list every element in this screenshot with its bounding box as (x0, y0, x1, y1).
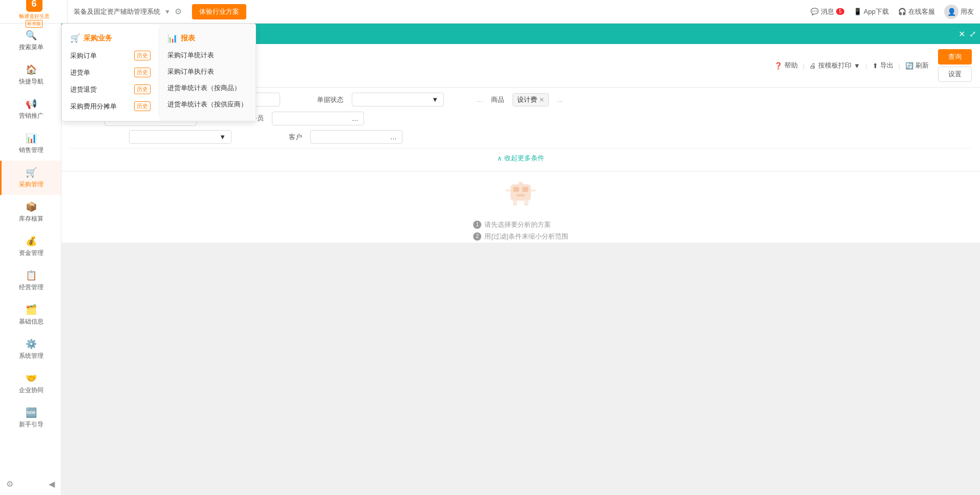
logo-subtext: 畅通道好生意 (19, 13, 50, 20)
svg-rect-7 (513, 201, 517, 206)
salesperson-select[interactable]: … (272, 112, 364, 125)
dropdown-item-incoming-return[interactable]: 进货退货 历史 (62, 81, 159, 98)
sidebar: 🔍 搜索菜单 🏠 快捷导航 📢 营销推广 📊 销售管理 🛒 采购管理 📦 库存核… (0, 24, 61, 495)
messages-badge: 5 (836, 8, 844, 15)
refresh-icon: 🔄 (905, 62, 913, 70)
dropdown-item-purchase-order[interactable]: 采购订单 历史 (62, 47, 159, 64)
ellipsis1: … (452, 96, 483, 103)
guide-icon: 🆕 (26, 407, 37, 418)
logo-icon: 6 (26, 0, 42, 12)
app-download-btn[interactable]: 📱 App下载 (854, 7, 889, 16)
collapse-btn[interactable]: ∧ 收起更多条件 (494, 150, 547, 166)
sidebar-bottom: ⚙ ◀ (0, 473, 61, 495)
capital-icon: 💰 (26, 235, 37, 247)
report-header: 📊 报表 (159, 30, 256, 47)
phone-icon: 📱 (854, 8, 862, 15)
dropdown-item-incoming-stats-supplier[interactable]: 进货单统计表（按供应商） (159, 96, 256, 113)
avatar: 👤 (944, 5, 958, 19)
tab-close-all-btn[interactable]: ✕ (958, 29, 965, 39)
dropdown-item-incoming-stats-goods[interactable]: 进货单统计表（按商品） (159, 80, 256, 96)
operations-icon: 📋 (26, 270, 37, 281)
system-title-text: 装备及固定资产辅助管理系统 (74, 7, 160, 16)
purchase-business-header: 🛒 采购业务 (62, 30, 159, 47)
export-btn[interactable]: ⬆ 导出 (872, 61, 893, 70)
data-area: 1 请先选择要分析的方案 2 用[过滤]条件来缩小分析范围 (61, 171, 980, 243)
empty-text: 1 请先选择要分析的方案 2 用[过滤]条件来缩小分析范围 (473, 219, 568, 243)
help-btn[interactable]: ❓ 帮助 (774, 61, 798, 70)
sidebar-collapse-btn[interactable]: ◀ (49, 479, 55, 489)
trial-button[interactable]: 体验行业方案 (192, 4, 246, 19)
sidebar-item-label: 企业协同 (19, 386, 44, 395)
goods-tag: 设计费 ✕ (513, 93, 549, 106)
customer-label: 客户 (289, 133, 302, 142)
online-service-btn[interactable]: 🎧 在线客服 (898, 7, 935, 16)
export-icon: ⬆ (872, 62, 878, 70)
tab-expand-btn[interactable]: ⤢ (969, 29, 976, 39)
print-btn[interactable]: 🖨 按模板打印 ▼ (809, 61, 860, 70)
svg-rect-8 (524, 201, 528, 206)
system-settings-btn[interactable]: ⚙ (175, 7, 182, 16)
history-badge-incoming-return: 历史 (134, 84, 151, 94)
svg-rect-5 (505, 189, 510, 191)
dropdown-item-purchase-order-exec[interactable]: 采购订单执行表 (159, 63, 256, 80)
step2-num: 2 (473, 232, 481, 241)
dropdown-item-incoming[interactable]: 进货单 历史 (62, 64, 159, 81)
system-dropdown-btn[interactable]: ▼ (164, 8, 171, 15)
search-icon: 🔍 (26, 30, 37, 41)
sidebar-item-basic[interactable]: 🗂️ 基础信息 (0, 298, 61, 332)
sales-icon: 📊 (26, 133, 37, 144)
sidebar-item-operations[interactable]: 📋 经营管理 (0, 264, 61, 298)
sidebar-item-label: 库存核算 (19, 214, 44, 223)
sidebar-item-sales[interactable]: 📊 销售管理 (0, 126, 61, 161)
sidebar-item-label: 快捷导航 (19, 77, 44, 86)
sidebar-item-capital[interactable]: 💰 资金管理 (0, 229, 61, 264)
purchase-icon: 🛒 (26, 167, 37, 178)
user-menu-btn[interactable]: 👤 用友 (944, 5, 974, 19)
sidebar-item-guide[interactable]: 🆕 新手引导 (0, 401, 61, 435)
chevron-down-icon4: ▼ (219, 133, 226, 141)
svg-rect-3 (517, 194, 525, 197)
divider1: | (803, 62, 804, 70)
chevron-down-icon5: … (390, 133, 397, 141)
message-icon: 💬 (811, 8, 819, 15)
sidebar-item-marketing[interactable]: 📢 营销推广 (0, 92, 61, 126)
svg-rect-0 (510, 184, 531, 201)
sidebar-item-enterprise[interactable]: 🤝 企业协同 (0, 367, 61, 401)
sidebar-item-label: 营销推广 (19, 112, 44, 120)
purchase-dropdown-menu: 🛒 采购业务 采购订单 历史 进货单 历史 进货退货 历史 采购费用分摊单 (61, 24, 256, 121)
sidebar-item-label: 基础信息 (19, 317, 44, 326)
dropdown-item-purchase-order-stats[interactable]: 采购订单统计表 (159, 47, 256, 63)
voucher-status-select[interactable]: ▼ (352, 93, 444, 106)
date-range-select[interactable]: ▼ (129, 130, 231, 144)
messages-btn[interactable]: 💬 消息 5 (811, 7, 844, 16)
dropdown-item-purchase-expense[interactable]: 采购费用分摊单 历史 (62, 98, 159, 115)
sidebar-item-search[interactable]: 🔍 搜索菜单 (0, 24, 61, 58)
logo-badge: 标准版 (26, 20, 42, 28)
sidebar-item-label: 经营管理 (19, 283, 44, 292)
history-badge-incoming: 历史 (134, 68, 151, 77)
sidebar-item-inventory[interactable]: 📦 库存核算 (0, 195, 61, 229)
filter-row-3: ▼ 客户 … (70, 130, 972, 144)
goods-tag-close-btn[interactable]: ✕ (539, 96, 544, 103)
chevron-down-icon3: … (352, 115, 358, 122)
goods-tag-text: 设计费 (517, 95, 537, 104)
home-icon: 🏠 (26, 64, 37, 75)
logo-area: 6 畅通道好生意 标准版 (6, 0, 68, 28)
query-button[interactable]: 查询 (938, 49, 972, 64)
sidebar-item-quick-nav[interactable]: 🏠 快捷导航 (0, 58, 61, 92)
divider3: | (899, 62, 900, 70)
sidebar-item-system[interactable]: ⚙️ 系统管理 (0, 332, 61, 367)
sidebar-item-label: 采购管理 (19, 180, 44, 189)
settings-small-button[interactable]: 设置 (938, 67, 972, 82)
divider2: | (865, 62, 867, 70)
goods-label: 商品 (491, 95, 504, 104)
sidebar-item-purchase[interactable]: 🛒 采购管理 (0, 161, 61, 195)
customer-select[interactable]: … (310, 130, 402, 144)
refresh-btn[interactable]: 🔄 刷新 (905, 61, 929, 70)
collapse-icon: ∧ (497, 155, 502, 162)
history-badge-purchase-expense: 历史 (134, 101, 151, 111)
main-layout: 🔍 搜索菜单 🏠 快捷导航 📢 营销推广 📊 销售管理 🛒 采购管理 📦 库存核… (0, 24, 980, 495)
sidebar-item-label: 系统管理 (19, 352, 44, 360)
step1-num: 1 (473, 221, 481, 229)
sidebar-settings-btn[interactable]: ⚙ (6, 479, 13, 489)
